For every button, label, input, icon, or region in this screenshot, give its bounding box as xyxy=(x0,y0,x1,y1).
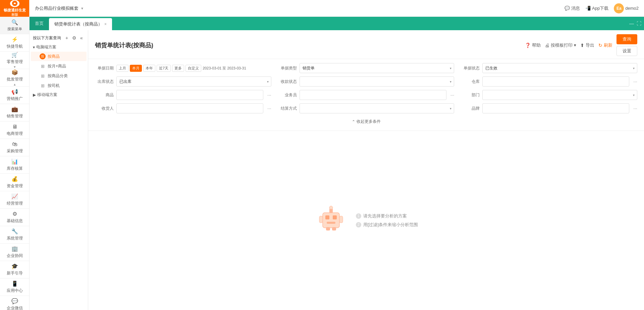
query-btn[interactable]: 查询 xyxy=(616,34,637,44)
tab-home[interactable]: 首页 xyxy=(30,17,49,30)
date-more-btn[interactable]: 更多 xyxy=(172,65,184,72)
sidebar-item-retail[interactable]: 🛒 零售管理 ▾ xyxy=(0,52,29,69)
warehouse-input[interactable] xyxy=(482,76,629,87)
filter-row-3: 商品 ··· 业务员 ··· 部门 xyxy=(95,90,637,100)
topbar-dropdown-icon[interactable]: ▾ xyxy=(81,6,83,11)
filter-panel-title: 按以下方案查询 xyxy=(33,35,61,41)
goods-input[interactable] xyxy=(116,90,263,100)
scheme-item-by-month-goods[interactable]: ⊞ 按月+商品 xyxy=(31,61,87,71)
outstatus-label: 出库状态 xyxy=(95,79,114,85)
sales-icon: 💼 xyxy=(11,106,18,112)
settings-btn[interactable]: 设置 xyxy=(616,46,637,56)
sidebar-item-newbie[interactable]: 🎓 新手引导 xyxy=(0,261,29,278)
scheme-icon-by-cashier: ⊞ xyxy=(40,83,46,89)
filter-row-4: 收货人 ··· 结算方式 xyxy=(95,103,637,113)
sidebar-item-finance[interactable]: 💰 资金管理 xyxy=(0,174,29,191)
sidebar-item-appcenter[interactable]: 📱 应用中心 xyxy=(0,278,29,296)
sidebar-item-wholesale[interactable]: 📦 批发管理 ▴ xyxy=(0,69,29,87)
sidebar-item-wechat[interactable]: 💬 企业微信 xyxy=(0,296,29,310)
receiver-dots[interactable]: ··· xyxy=(267,106,271,111)
warehouse-dots[interactable]: ··· xyxy=(633,79,637,84)
sidebar-item-enterprise[interactable]: 🏢 企业协同 xyxy=(0,244,29,261)
sidebar-item-sales[interactable]: 💼 销售管理 xyxy=(0,104,29,121)
help-btn[interactable]: ❓ 帮助 xyxy=(525,42,541,48)
sidebar-item-purchase[interactable]: 🛍 采购管理 xyxy=(0,139,29,156)
salesperson-label: 业务员 xyxy=(278,92,297,98)
export-icon: ⬆ xyxy=(580,43,584,48)
date-prev-btn[interactable]: 上月 xyxy=(116,65,128,72)
salesperson-input[interactable] xyxy=(300,90,446,100)
sidebar-item-system[interactable]: 🔧 系统管理 xyxy=(0,226,29,244)
doctype-select[interactable]: 销货单 xyxy=(300,63,454,73)
collapse-panel-btn[interactable]: « xyxy=(78,35,85,41)
goods-dots[interactable]: ··· xyxy=(267,92,271,98)
filter-cell-dept: 部门 xyxy=(461,90,637,100)
docstatus-select[interactable]: 已生效 xyxy=(482,63,637,73)
brand-label: 品牌 xyxy=(461,106,480,111)
collectstatus-select-wrapper xyxy=(300,76,454,87)
scheme-group-mobile-header[interactable]: ▶ 移动端方案 xyxy=(30,91,88,99)
brand-input[interactable] xyxy=(482,103,629,113)
newbie-label: 新手引导 xyxy=(7,270,23,276)
salesperson-dots[interactable]: ··· xyxy=(450,92,454,98)
print-btn[interactable]: 🖨 按模板打印 ▾ xyxy=(545,42,576,48)
brand-dots[interactable]: ··· xyxy=(633,106,637,111)
inventory-label: 库存核算 xyxy=(7,166,23,171)
retail-icon: 🛒 xyxy=(11,52,18,58)
scheme-item-by-category[interactable]: ⊞ 按商品分类 xyxy=(31,71,87,81)
query-settings-group: 查询 设置 xyxy=(616,34,637,56)
sidebar-item-operations[interactable]: 📈 经营管理 xyxy=(0,191,29,209)
message-btn[interactable]: 💬 消息 xyxy=(565,5,580,11)
outstatus-select[interactable]: 已出库 xyxy=(116,76,271,87)
sidebar-item-inventory[interactable]: 📊 库存核算 xyxy=(0,156,29,174)
export-btn[interactable]: ⬆ 导出 xyxy=(580,42,594,48)
print-dropdown-icon: ▾ xyxy=(574,43,576,48)
tab-active[interactable]: 销货单统计表（按商品） × xyxy=(49,18,112,30)
sidebar-item-search[interactable]: 🔍 搜索菜单 xyxy=(0,17,29,34)
sidebar-item-marketing[interactable]: 📢 营销推广 xyxy=(0,87,29,104)
date-curr-btn[interactable]: 本月 xyxy=(130,65,142,72)
tab-home-label: 首页 xyxy=(35,20,44,27)
dept-select-wrapper xyxy=(482,90,637,100)
help-label: 帮助 xyxy=(532,42,541,48)
docstatus-label: 单据状态 xyxy=(461,65,480,71)
appcenter-icon: 📱 xyxy=(11,280,18,287)
settle-select[interactable] xyxy=(300,103,454,113)
empty-state: 1 请先选择要分析的方案 2 用[过滤]条件来缩小分析范围 xyxy=(88,131,644,310)
receiver-input[interactable] xyxy=(116,103,263,113)
page-actions: ❓ 帮助 🖨 按模板打印 ▾ ⬆ 导出 ↻ 刷新 xyxy=(525,34,637,56)
settings-scheme-btn[interactable]: ⚙ xyxy=(71,35,77,41)
tab-maximize-icon[interactable]: ⛶ xyxy=(637,21,641,26)
app-download-btn[interactable]: 📲 App下载 xyxy=(585,5,608,11)
date-year-btn[interactable]: 本年 xyxy=(143,65,155,72)
filter-row-1: 单据日期 上月 本月 本年 近7天 更多 自定义 2023-03-01 至 20… xyxy=(95,63,637,73)
tabbar-actions: — ⛶ xyxy=(629,21,644,26)
sidebar-item-basic[interactable]: ⚙ 基础信息 xyxy=(0,209,29,226)
date-custom-btn[interactable]: 自定义 xyxy=(185,65,201,72)
tab-close-icon[interactable]: × xyxy=(104,22,107,27)
sidebar-item-quicknav[interactable]: ⚡ 快捷导航 xyxy=(0,34,29,52)
newbie-icon: 🎓 xyxy=(11,263,18,269)
date-7days-btn[interactable]: 近7天 xyxy=(157,65,171,72)
filter-cell-warehouse: 仓库 ··· xyxy=(461,76,637,87)
scheme-item-by-cashier[interactable]: ⊞ 按司机 xyxy=(31,81,87,90)
collapse-btn[interactable]: ⌃ 收起更多条件 xyxy=(95,117,637,126)
sidebar-item-ecommerce[interactable]: 🖥 电商管理 xyxy=(0,121,29,139)
warehouse-label: 仓库 xyxy=(461,79,480,85)
tab-minimize-icon[interactable]: — xyxy=(629,21,634,26)
print-label: 按模板打印 xyxy=(551,42,573,48)
marketing-icon: 📢 xyxy=(11,89,18,95)
scheme-group-desktop-header[interactable]: ▾ 电脑端方案 xyxy=(30,43,88,51)
wholesale-icon: 📦 xyxy=(11,69,18,75)
svg-rect-10 xyxy=(332,227,336,230)
collapse-label: 收起更多条件 xyxy=(357,119,381,124)
doctype-label: 单据类型 xyxy=(278,65,297,71)
scheme-group-mobile: ▶ 移动端方案 xyxy=(30,91,88,99)
user-avatar-btn[interactable]: Ea demo2 xyxy=(614,3,639,13)
collectstatus-select[interactable] xyxy=(300,76,454,87)
add-scheme-btn[interactable]: + xyxy=(64,35,70,41)
dept-select[interactable] xyxy=(482,90,637,100)
refresh-btn[interactable]: ↻ 刷新 xyxy=(598,42,612,48)
scheme-item-by-goods[interactable]: 按 按商品 xyxy=(31,52,87,61)
scheme-label-by-category: 按商品分类 xyxy=(48,73,68,79)
